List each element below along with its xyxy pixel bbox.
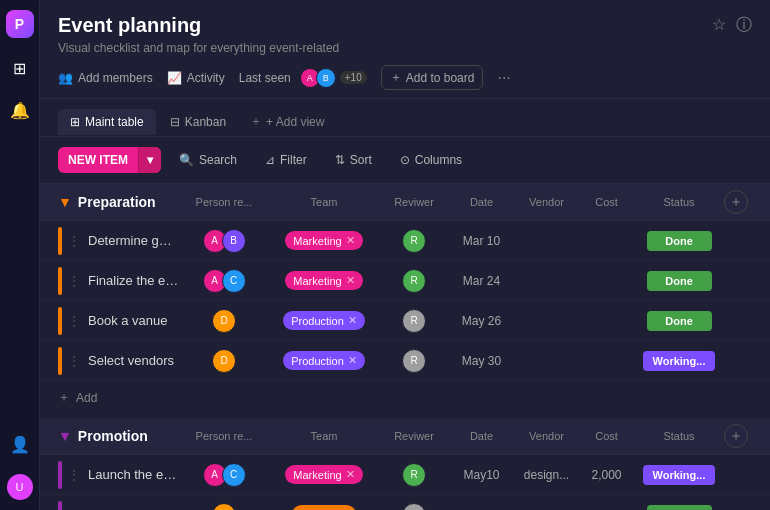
sidebar-icon-bell[interactable]: 🔔 xyxy=(8,98,32,122)
filter-icon: ⊿ xyxy=(265,153,275,167)
row-task-name[interactable]: Book a vanue xyxy=(88,313,179,328)
row-team-tag: Marketing ✕ xyxy=(269,271,379,290)
table-row: ⋮ Finalize the event budget A C Marketin… xyxy=(40,261,770,301)
status-badge[interactable]: Working... xyxy=(643,465,716,485)
row-task-name[interactable]: Select vendors xyxy=(88,353,179,368)
row-team-tag: Design ✕ xyxy=(269,505,379,510)
team-tag[interactable]: Marketing ✕ xyxy=(285,465,362,484)
add-row-button-prep[interactable]: ＋ Add xyxy=(40,381,770,414)
col-header-status: Status xyxy=(634,196,724,208)
team-tag[interactable]: Production ✕ xyxy=(283,351,365,370)
row-task-name[interactable]: Launch the event website xyxy=(88,467,179,482)
col-header-team: Team xyxy=(269,196,379,208)
row-date: Mar 10 xyxy=(449,234,514,248)
avatar: C xyxy=(222,269,246,293)
drag-handle[interactable]: ⋮ xyxy=(68,354,82,368)
team-tag[interactable]: Marketing ✕ xyxy=(285,271,362,290)
row-task-name[interactable]: Determine goals and objectives xyxy=(88,233,179,248)
avatar: B xyxy=(222,229,246,253)
add-row-icon: ＋ xyxy=(58,389,70,406)
row-status: Working... xyxy=(634,351,724,371)
tab-kanban[interactable]: ⊟ Kanban xyxy=(158,109,238,135)
tag-close-icon[interactable]: ✕ xyxy=(346,234,355,247)
drag-handle[interactable]: ⋮ xyxy=(68,468,82,482)
col-header-person-2: Person re... xyxy=(179,430,269,442)
view-tabs: ⊞ Maint table ⊟ Kanban ＋ + Add view xyxy=(40,99,770,137)
reviewer-avatar: R xyxy=(402,503,426,511)
col-header-vendor-2: Vendor xyxy=(514,430,579,442)
app-logo[interactable]: P xyxy=(6,10,34,38)
drag-handle[interactable]: ⋮ xyxy=(68,234,82,248)
tag-close-icon[interactable]: ✕ xyxy=(346,274,355,287)
table-row: ⋮ Determine goals and objectives A B Mar… xyxy=(40,221,770,261)
row-team-tag: Marketing ✕ xyxy=(269,465,379,484)
add-row-label: Add xyxy=(76,391,97,405)
activity-icon: 📈 xyxy=(167,71,182,85)
columns-button[interactable]: ⊙ Columns xyxy=(390,148,472,172)
search-button[interactable]: 🔍 Search xyxy=(169,148,247,172)
new-item-dropdown-arrow[interactable]: ▾ xyxy=(138,147,161,173)
table-row: ⋮ Launch the event website A C Marketing… xyxy=(40,455,770,495)
reviewer-avatar: R xyxy=(402,269,426,293)
row-team-tag: Production ✕ xyxy=(269,311,379,330)
add-members-button[interactable]: 👥 Add members xyxy=(58,71,153,85)
tag-close-icon[interactable]: ✕ xyxy=(348,354,357,367)
row-task-name[interactable]: Finalize the event budget xyxy=(88,273,179,288)
tag-close-icon[interactable]: ✕ xyxy=(346,468,355,481)
row-person-avatars: A B xyxy=(179,229,269,253)
main-content: Event planning ☆ ⓘ Visual checklist and … xyxy=(40,0,770,510)
activity-button[interactable]: 📈 Activity xyxy=(167,71,225,85)
page-subtitle: Visual checklist and map for everything … xyxy=(58,41,752,55)
tab-main-table[interactable]: ⊞ Maint table xyxy=(58,109,156,135)
kanban-icon: ⊟ xyxy=(170,115,180,129)
add-col-button-promo[interactable]: ＋ xyxy=(724,424,748,448)
status-badge[interactable]: Done xyxy=(647,311,712,331)
team-tag[interactable]: Design ✕ xyxy=(292,505,355,510)
status-badge[interactable]: Done xyxy=(647,231,712,251)
preparation-title: Preparation xyxy=(78,194,179,210)
star-icon[interactable]: ☆ xyxy=(712,15,726,36)
sort-button[interactable]: ⇅ Sort xyxy=(325,148,382,172)
row-team-tag: Marketing ✕ xyxy=(269,231,379,250)
table-row: ⋮ Select vendors D Production ✕ R May 30 xyxy=(40,341,770,381)
row-color-bar xyxy=(58,461,62,489)
team-tag[interactable]: Production ✕ xyxy=(283,311,365,330)
row-reviewer-avatar: R xyxy=(379,309,449,333)
sidebar-icon-grid[interactable]: ⊞ xyxy=(8,56,32,80)
avatar-2: B xyxy=(316,68,336,88)
row-cost: 2,000 xyxy=(579,468,634,482)
col-header-reviewer-2: Reviwer xyxy=(379,430,449,442)
tag-close-icon[interactable]: ✕ xyxy=(348,314,357,327)
status-badge[interactable]: Done xyxy=(647,505,712,511)
avatar: D xyxy=(212,349,236,373)
toolbar: NEW ITEM ▾ 🔍 Search ⊿ Filter ⇅ Sort ⊙ Co… xyxy=(40,137,770,184)
status-badge[interactable]: Working... xyxy=(643,351,716,371)
sidebar-user-avatar[interactable]: U xyxy=(7,474,33,500)
row-color-bar xyxy=(58,227,62,255)
add-view-button[interactable]: ＋ + Add view xyxy=(240,107,334,136)
row-status: Done xyxy=(634,271,724,291)
search-icon: 🔍 xyxy=(179,153,194,167)
drag-handle[interactable]: ⋮ xyxy=(68,314,82,328)
preparation-chevron[interactable]: ▼ xyxy=(58,194,72,210)
status-badge[interactable]: Done xyxy=(647,271,712,291)
row-person-avatars: D xyxy=(179,309,269,333)
main-table-icon: ⊞ xyxy=(70,115,80,129)
sidebar-icon-person[interactable]: 👤 xyxy=(8,432,32,456)
filter-button[interactable]: ⊿ Filter xyxy=(255,148,317,172)
more-options-icon[interactable]: ··· xyxy=(497,69,510,87)
col-header-reviewer: Reviwer xyxy=(379,196,449,208)
promotion-chevron[interactable]: ▼ xyxy=(58,428,72,444)
info-icon[interactable]: ⓘ xyxy=(736,15,752,36)
drag-handle[interactable]: ⋮ xyxy=(68,274,82,288)
row-color-bar xyxy=(58,347,62,375)
row-reviewer-avatar: R xyxy=(379,349,449,373)
team-tag[interactable]: Marketing ✕ xyxy=(285,231,362,250)
row-color-bar xyxy=(58,267,62,295)
add-to-board-button[interactable]: ＋ Add to board xyxy=(381,65,484,90)
add-col-button-prep[interactable]: ＋ xyxy=(724,190,748,214)
header-actions: 👥 Add members 📈 Activity Last seen A B +… xyxy=(58,65,752,90)
row-color-bar xyxy=(58,501,62,511)
new-item-button[interactable]: NEW ITEM ▾ xyxy=(58,147,161,173)
row-reviewer-avatar: R xyxy=(379,269,449,293)
